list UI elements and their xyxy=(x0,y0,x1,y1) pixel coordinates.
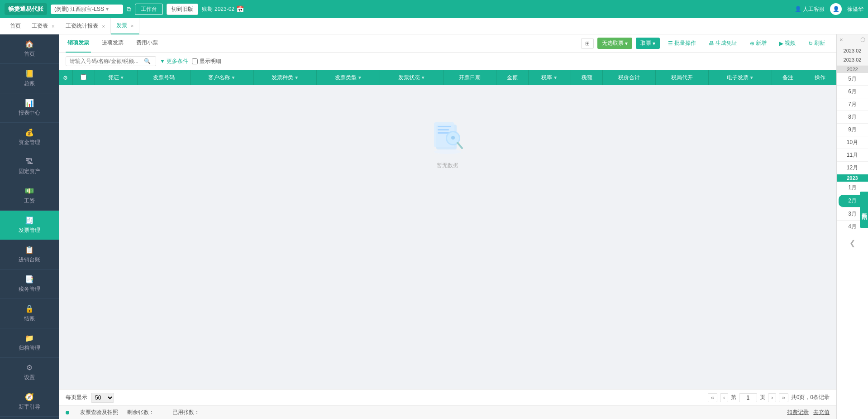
last-page-button[interactable]: » xyxy=(779,393,788,402)
period-month-10[interactable]: 10月 xyxy=(837,136,868,149)
period-month-7[interactable]: 7月 xyxy=(837,98,868,111)
sidebar-item-home[interactable]: 🏠 首页 xyxy=(0,34,59,64)
workspace-button[interactable]: 工作台 xyxy=(135,4,163,15)
recent-dates: 2023.02 2023.02 xyxy=(837,45,868,66)
sidebar-sales-ledger-label: 进销台账 xyxy=(19,256,40,264)
refresh-button[interactable]: ↻ 刷新 xyxy=(804,38,830,49)
sales-ledger-icon: 📋 xyxy=(25,246,34,254)
chevron-left-icon: ❮ xyxy=(849,239,855,247)
col-checkbox[interactable] xyxy=(72,70,95,85)
sidebar-close-label: 结账 xyxy=(24,315,35,323)
tab-invoice[interactable]: 发票 × xyxy=(111,18,139,34)
voucher-filter-icon: ▼ xyxy=(120,75,124,80)
col-voucher[interactable]: 凭证▼ xyxy=(95,70,138,85)
sidebar-item-tax-mgmt[interactable]: 📑 税务管理 xyxy=(0,270,59,299)
tab-salary-stat-close[interactable]: × xyxy=(102,24,105,29)
new-button[interactable]: ⊕ 新增 xyxy=(745,38,771,49)
grid-view-button[interactable]: ⊞ xyxy=(581,38,594,49)
tab-salary[interactable]: 工资表 × xyxy=(26,18,60,34)
gen-voucher-icon: 🖶 xyxy=(709,40,714,47)
col-settings[interactable]: ⚙ xyxy=(59,70,72,85)
sidebar-archive-label: 归档管理 xyxy=(19,344,40,352)
period-month-6[interactable]: 6月 xyxy=(837,86,868,98)
fixed-assets-icon: 🏗 xyxy=(26,158,33,166)
page-input[interactable] xyxy=(739,393,757,402)
period-panel-expand[interactable]: ⬡ xyxy=(860,36,865,43)
per-page-select[interactable]: 50 20 100 xyxy=(91,393,114,403)
sidebar-item-member[interactable]: 👑 畅会员 xyxy=(0,417,59,419)
sidebar-item-sales-ledger[interactable]: 📋 进销台账 xyxy=(0,240,59,270)
support-icon: 👤 xyxy=(795,6,801,12)
empty-text: 暂无数据 xyxy=(437,162,458,169)
col-customer[interactable]: 客户名称▼ xyxy=(190,70,253,85)
sidebar-newbie-label: 新手引导 xyxy=(19,403,40,411)
sub-tab-purchase[interactable]: 进项发票 xyxy=(100,34,125,53)
sub-tab-sales[interactable]: 销项发票 xyxy=(66,34,91,53)
support-button[interactable]: 👤 人工客服 xyxy=(795,5,825,13)
video-button[interactable]: ▶ 视频 xyxy=(775,38,800,49)
tab-salary-stat[interactable]: 工资统计报表 × xyxy=(60,18,110,34)
period-month-5[interactable]: 5月 xyxy=(837,73,868,86)
table-wrapper: ⚙ 凭证▼ 发票号码 客户名称▼ 发票种类▼ 发票类型▼ 发票状态▼ 开票日期 … xyxy=(59,70,836,389)
col-actions: 操作 xyxy=(804,70,836,85)
gen-voucher-label: 生成凭证 xyxy=(715,39,737,47)
sub-tab-expense[interactable]: 费用小票 xyxy=(134,34,160,53)
gen-voucher-button[interactable]: 🖶 生成凭证 xyxy=(704,38,742,49)
col-invoice-status[interactable]: 发票状态▼ xyxy=(380,70,444,85)
sidebar-reports-label: 报表中心 xyxy=(19,109,40,117)
old-version-button[interactable]: 切到旧版 xyxy=(167,4,198,15)
tab-invoice-close[interactable]: × xyxy=(131,23,134,29)
tab-home[interactable]: 首页 xyxy=(5,18,26,34)
company-selector[interactable]: (勿删) 江西服宝-LSS ▾ xyxy=(51,5,123,14)
period-month-11[interactable]: 11月 xyxy=(837,149,868,162)
reports-icon: 📊 xyxy=(25,99,34,107)
sidebar-item-close-period[interactable]: 🔒 结账 xyxy=(0,299,59,328)
select-all-checkbox[interactable] xyxy=(81,74,86,80)
sidebar-item-settings[interactable]: ⚙ 设置 xyxy=(0,358,59,387)
recent-date-1[interactable]: 2023.02 xyxy=(837,46,868,55)
next-page-button[interactable]: › xyxy=(768,393,776,402)
settings-col-icon: ⚙ xyxy=(63,75,68,81)
prev-page-button[interactable]: ‹ xyxy=(720,393,728,402)
user-avatar[interactable]: 👤 xyxy=(830,3,842,15)
no-select-button[interactable]: 无选取票 ▾ xyxy=(597,38,632,49)
tax-rate-filter-icon: ▼ xyxy=(553,75,558,80)
tab-salary-close[interactable]: × xyxy=(52,24,54,29)
first-page-button[interactable]: « xyxy=(708,393,717,402)
expand-icon-bottom[interactable]: ❮ xyxy=(837,235,868,251)
search-input[interactable] xyxy=(70,58,142,64)
period-month-9[interactable]: 9月 xyxy=(837,124,868,136)
svg-point-9 xyxy=(451,136,455,140)
copy-icon[interactable]: ⧉ xyxy=(127,5,131,13)
sidebar-ledger-label: 总账 xyxy=(24,80,35,87)
col-invoice-type[interactable]: 发票种类▼ xyxy=(253,70,317,85)
period-month-12[interactable]: 12月 xyxy=(837,162,868,174)
open-date-label: 开票日期 xyxy=(459,74,481,81)
col-e-invoice[interactable]: 电子发票▼ xyxy=(709,70,772,85)
sidebar-item-reports[interactable]: 📊 报表中心 xyxy=(0,93,59,123)
filter-icon: ▼ xyxy=(160,58,165,64)
recent-date-2[interactable]: 2023.02 xyxy=(837,55,868,64)
sidebar-item-newbie[interactable]: 🧭 新手引导 xyxy=(0,387,59,417)
sidebar-item-fixed-assets[interactable]: 🏗 固定资产 xyxy=(0,152,59,181)
batch-ops-button[interactable]: ☰ 批量操作 xyxy=(663,38,701,49)
sidebar-item-archive[interactable]: 📁 归档管理 xyxy=(0,328,59,358)
show-detail-checkbox[interactable] xyxy=(192,58,198,64)
batch-ops-icon: ☰ xyxy=(668,40,673,47)
sidebar-item-salary[interactable]: 💵 工资 xyxy=(0,181,59,211)
show-detail-toggle[interactable]: 显示明细 xyxy=(192,58,221,65)
open-period-button[interactable]: 开账日期 xyxy=(860,192,868,228)
col-invoice-category[interactable]: 发票类型▼ xyxy=(317,70,380,85)
sidebar-item-funds[interactable]: 💰 资金管理 xyxy=(0,123,59,152)
period-month-8[interactable]: 8月 xyxy=(837,111,868,124)
take-ticket-button[interactable]: 取票 ▾ xyxy=(636,38,660,49)
col-tax-rate[interactable]: 税率▼ xyxy=(528,70,571,85)
user-name[interactable]: 徐溢华 xyxy=(847,5,863,13)
period-panel-close[interactable]: × xyxy=(839,36,843,43)
filter-button[interactable]: ▼ 更多条件 xyxy=(160,58,188,65)
recharge-record-link[interactable]: 扣费记录 xyxy=(787,409,809,416)
go-recharge-link[interactable]: 去充值 xyxy=(813,409,830,416)
sidebar-item-invoice-mgmt[interactable]: 🧾 发票管理 xyxy=(0,211,59,240)
sidebar-item-general-ledger[interactable]: 📒 总账 xyxy=(0,64,59,93)
invoice-type-label: 发票种类 xyxy=(272,74,293,82)
